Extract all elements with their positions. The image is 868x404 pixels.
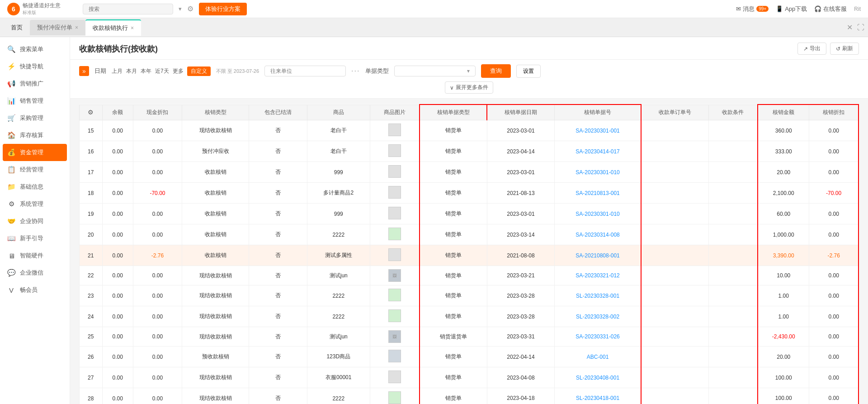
- bill-no-link[interactable]: SL-20230418-001: [576, 395, 619, 401]
- row-writeoff-bill-no[interactable]: SA-20210808-001: [555, 245, 641, 266]
- bill-no-link[interactable]: SA-20210813-001: [576, 190, 619, 196]
- row-writeoff-bill-no[interactable]: SA-20230301-001: [555, 120, 641, 141]
- export-button[interactable]: ↗ 导出: [797, 43, 826, 55]
- row-writeoff-bill-no[interactable]: SL-20230328-002: [555, 306, 641, 327]
- date-opt-this-month[interactable]: 本月: [126, 67, 137, 75]
- sidebar-item-sales[interactable]: 📊 销售管理: [0, 92, 70, 109]
- sidebar-item-operations[interactable]: 📋 经营管理: [0, 161, 70, 178]
- bill-no-link[interactable]: SA-20230314-008: [576, 232, 619, 238]
- operations-icon: 📋: [7, 166, 15, 174]
- row-writeoff-bill-date: 2023-03-01: [487, 120, 554, 141]
- sidebar-item-wechat[interactable]: 💬 企业微信: [0, 264, 70, 281]
- row-writeoff-bill-no[interactable]: SL-20230418-001: [555, 388, 641, 404]
- messages-button[interactable]: ✉ 消息 99+: [736, 5, 769, 13]
- top-search-input[interactable]: [83, 4, 173, 14]
- counterparty-more-icon[interactable]: ···: [351, 67, 360, 75]
- tab-writeoff-close[interactable]: ×: [131, 25, 134, 31]
- close-all-icon[interactable]: ✕: [847, 23, 853, 32]
- finance-icon: 💰: [7, 148, 15, 157]
- bill-no-link[interactable]: SA-20230414-017: [576, 148, 619, 155]
- sidebar-item-finance[interactable]: 💰 资金管理: [3, 144, 67, 161]
- sidebar-item-purchase[interactable]: 🛒 采购管理: [0, 109, 70, 127]
- product-thumbnail: 🖼: [388, 269, 401, 282]
- top-bar: 6 畅捷通道好生意 标准版 ▾ ⚙ 体验行业方案 ✉ 消息 99+ 📱 App下…: [0, 0, 868, 18]
- industry-button[interactable]: 体验行业方案: [199, 3, 247, 15]
- row-cancel-type: 预付冲应收: [182, 141, 249, 162]
- sidebar-item-system[interactable]: ⚙ 系统管理: [0, 195, 70, 213]
- row-writeoff-bill-no[interactable]: SL-20230408-001: [555, 367, 641, 388]
- row-receipt-order-no: [641, 245, 708, 266]
- row-id: 23: [80, 285, 103, 306]
- online-service-button[interactable]: 🎧 在线客服: [814, 5, 847, 13]
- date-opt-custom[interactable]: 自定义: [187, 67, 211, 76]
- row-balance: 0.00: [102, 120, 133, 141]
- tab-home[interactable]: 首页: [4, 20, 30, 35]
- row-writeoff-bill-no[interactable]: SA-20230301-010: [555, 204, 641, 224]
- row-writeoff-bill-type: 销货退货单: [420, 327, 487, 347]
- sidebar-item-vip[interactable]: V 畅会员: [0, 281, 70, 299]
- row-writeoff-bill-no[interactable]: SA-20230414-017: [555, 141, 641, 162]
- date-opt-7days[interactable]: 近7天: [155, 67, 169, 75]
- counterparty-input[interactable]: [264, 66, 346, 76]
- settings-icon[interactable]: ⚙: [187, 5, 193, 13]
- date-opt-this-year[interactable]: 本年: [141, 67, 151, 75]
- sidebar-item-basic[interactable]: 📁 基础信息: [0, 178, 70, 195]
- tab-prepay[interactable]: 预付冲应付单 ×: [30, 20, 85, 35]
- sales-icon: 📊: [7, 97, 15, 105]
- row-writeoff-bill-no[interactable]: SA-20210813-001: [555, 183, 641, 204]
- row-writeoff-bill-type: 销货单: [420, 204, 487, 224]
- sidebar-item-search[interactable]: 🔍 搜索菜单: [0, 41, 70, 58]
- bill-no-link[interactable]: SA-20230321-012: [576, 272, 619, 279]
- app-download-button[interactable]: 📱 App下载: [776, 5, 807, 13]
- bill-no-link[interactable]: SA-20230301-010: [576, 169, 619, 176]
- bill-no-link[interactable]: SL-20230408-001: [576, 375, 619, 381]
- settings-button[interactable]: 设置: [516, 65, 541, 78]
- expand-more-button[interactable]: ∨ 展开更多条件: [445, 81, 493, 94]
- sidebar-item-guide[interactable]: 📖 新手引导: [0, 230, 70, 247]
- sidebar-item-enterprise[interactable]: 🤝 企业协同: [0, 213, 70, 230]
- row-writeoff-bill-no[interactable]: ABC-001: [555, 347, 641, 367]
- col-receipt-condition-header: 收款条件: [708, 105, 758, 120]
- bill-no-link[interactable]: SA-20230301-010: [576, 211, 619, 217]
- row-writeoff-bill-no[interactable]: SL-20230328-001: [555, 285, 641, 306]
- row-writeoff-bill-no[interactable]: SA-20230321-012: [555, 266, 641, 285]
- expand-icon[interactable]: ⛶: [857, 24, 864, 32]
- row-writeoff-bill-no[interactable]: SA-20230301-010: [555, 162, 641, 183]
- logo-sub: 标准版: [23, 10, 61, 16]
- row-writeoff-bill-date: 2023-03-14: [487, 224, 554, 245]
- tab-writeoff[interactable]: 收款核销执行 ×: [85, 19, 141, 36]
- tab-prepay-close[interactable]: ×: [75, 24, 78, 31]
- row-writeoff-bill-no[interactable]: SA-20230331-026: [555, 327, 641, 347]
- table-row: 24 0.00 0.00 现结收款核销 否 2222 销货单 2023-03-2…: [80, 306, 859, 327]
- row-receipt-condition: [708, 306, 758, 327]
- row-include-settled: 否: [249, 204, 307, 224]
- bill-type-select[interactable]: ▾: [394, 66, 476, 76]
- sidebar-item-marketing[interactable]: 📢 营销推广: [0, 75, 70, 92]
- query-button[interactable]: 查询: [481, 64, 511, 78]
- col-include-settled-header: 包含已结清: [249, 105, 307, 120]
- col-settings-header[interactable]: ⚙: [80, 105, 103, 120]
- bill-no-link[interactable]: ABC-001: [587, 354, 609, 360]
- logo-title: 畅捷通道好生意: [23, 2, 61, 10]
- sidebar-item-hardware[interactable]: 🖥 智能硬件: [0, 247, 70, 264]
- row-writeoff-amount: 100.00: [758, 367, 809, 388]
- bill-no-link[interactable]: SL-20230328-002: [576, 314, 619, 320]
- date-opt-last-month[interactable]: 上月: [112, 67, 123, 75]
- product-thumbnail: [388, 165, 401, 178]
- table-header-row: ⚙ 余额 现金折扣 核销类型 包含已结清 商品 商品图片 核销单据类型 核销单据…: [80, 105, 859, 120]
- bill-no-link[interactable]: SL-20230328-001: [576, 293, 619, 299]
- filter-toggle-button[interactable]: »: [79, 66, 89, 76]
- row-writeoff-bill-no[interactable]: SA-20230314-008: [555, 224, 641, 245]
- row-writeoff-bill-date: 2023-03-28: [487, 285, 554, 306]
- sidebar-item-quicknav[interactable]: ⚡ 快捷导航: [0, 58, 70, 75]
- bill-no-link[interactable]: SA-20230301-001: [576, 128, 619, 134]
- row-include-settled: 否: [249, 162, 307, 183]
- sidebar-item-inventory[interactable]: 🏠 库存核算: [0, 127, 70, 144]
- date-opt-more[interactable]: 更多: [173, 67, 184, 75]
- dropdown-icon[interactable]: ▾: [179, 5, 182, 12]
- hardware-icon: 🖥: [7, 252, 15, 260]
- system-icon: ⚙: [7, 200, 15, 208]
- refresh-button[interactable]: ↺ 刷新: [830, 43, 859, 55]
- bill-no-link[interactable]: SA-20210808-001: [576, 252, 619, 259]
- bill-no-link[interactable]: SA-20230331-026: [576, 333, 619, 340]
